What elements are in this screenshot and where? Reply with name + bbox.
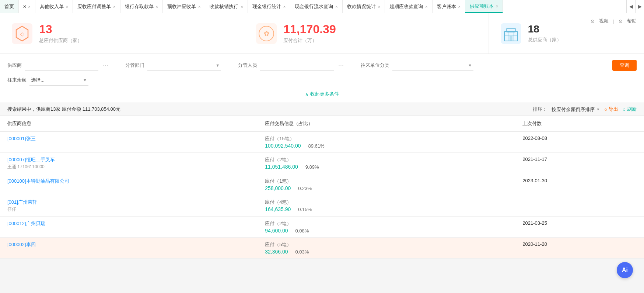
category-filter-select[interactable]: [392, 60, 473, 71]
supplier-filter-dots: ···: [103, 62, 108, 69]
nav-tab-supplier-ledger-close[interactable]: ×: [496, 4, 498, 8]
supplier-link-5[interactable]: [000002]李四: [7, 242, 36, 247]
supplier-link-0[interactable]: [000001]张三: [7, 136, 36, 141]
nav-tab-3[interactable]: 3 ×: [19, 0, 35, 13]
svg-text:◇: ◇: [20, 31, 24, 37]
nav-tab-collection-stat[interactable]: 收款情况统计 ×: [343, 0, 385, 13]
video-link[interactable]: 视频: [599, 18, 609, 24]
collapse-button[interactable]: ∧ 收起更多条件: [7, 89, 637, 99]
balance-select-wrap: 选择... ▼: [29, 75, 88, 86]
nav-tab-advance[interactable]: 预收冲应收单 ×: [163, 0, 205, 13]
circle-icon: ⊙: [591, 18, 595, 24]
table-cell-supplier-1: [000007]恒旺二手叉车王通 17106110000: [0, 153, 258, 174]
nav-tab-cash-stat-close[interactable]: ×: [283, 4, 286, 9]
supplier-filter-input[interactable]: [25, 60, 98, 71]
supplier-filter-label: 供应商: [7, 62, 22, 69]
table-cell-last-pay-2: 2023-01-30: [515, 174, 644, 195]
table-cell-supplier-5: [000002]李四: [0, 238, 258, 259]
tx-amount-3[interactable]: 164,635.90: [265, 206, 291, 212]
result-bar: 搜索结果中，供应商13家 应付金额 111,703,854.00元 排序： 按应…: [0, 103, 644, 116]
supplier-sub-3: 仔仔: [7, 206, 250, 213]
nav-tab-cash-stat-label: 现金银行统计: [252, 3, 281, 10]
nav-scroll-left[interactable]: ◀: [626, 0, 635, 13]
nav-scroll-right[interactable]: ▶: [635, 0, 644, 13]
nav-tab-adjustment[interactable]: 应收应付调整单 ×: [73, 0, 120, 13]
svg-text:✿: ✿: [264, 30, 269, 37]
nav-tab-cash-stat[interactable]: 现金银行统计 ×: [248, 0, 290, 13]
supplier-link-2[interactable]: [000100]本特勤油品有限公司: [7, 178, 69, 184]
supplier-link-4[interactable]: [000012]广州贝瑞: [7, 221, 45, 226]
nav-tab-adjustment-label: 应收应付调整单: [77, 3, 111, 10]
tx-label-2: 应付（1笔）: [265, 178, 508, 185]
table-cell-last-pay-3: [515, 195, 644, 217]
filter-area: 供应商 ··· 分管部门 ▼ 分管人员 ··· 往来单位分类 ▼ 查询 往来: [0, 54, 644, 103]
sort-label: 排序：: [533, 106, 547, 113]
nav-tab-bank[interactable]: 银行存取款单 ×: [120, 0, 163, 13]
sort-select-wrap: 按应付余额倒序排序 ▼: [552, 107, 600, 112]
nav-tab-adjustment-close[interactable]: ×: [113, 4, 115, 9]
refresh-button[interactable]: ○ 刷新: [623, 106, 637, 113]
nav-tab-customer-ledger[interactable]: 客户账本 ×: [433, 0, 465, 13]
tx-amount-4[interactable]: 94,600.00: [265, 228, 288, 234]
summary-bar: ◇ 13 总应付供应商（家） ✿ 11,170.39 应付合计（万）: [0, 13, 644, 54]
export-button[interactable]: ○ 导出: [604, 106, 618, 113]
nav-tab-collection-stat-label: 收款情况统计: [347, 3, 376, 10]
nav-tab-supplier-ledger-label: 供应商账本: [470, 3, 494, 10]
balance-filter-select[interactable]: 选择...: [29, 75, 88, 86]
tx-amount-0[interactable]: 100,092,540.00: [265, 143, 301, 149]
dept-filter-select[interactable]: [147, 60, 221, 71]
tx-amount-1[interactable]: 11,051,486.00: [265, 164, 298, 170]
nav-tab-collection[interactable]: 收款核销执行 ×: [205, 0, 248, 13]
nav-tab-overdue[interactable]: 超期应收款查询 ×: [385, 0, 432, 13]
result-actions: 排序： 按应付余额倒序排序 ▼ ○ 导出 ○ 刷新: [533, 106, 637, 113]
summary-text-total-suppliers: 18 总供应商（家）: [528, 24, 561, 43]
tx-amount-2[interactable]: 258,000.00: [265, 185, 291, 191]
nav-tab-home[interactable]: 首页: [0, 0, 19, 13]
nav-tab-cash-flow-close[interactable]: ×: [335, 4, 337, 9]
category-select-wrap: ▼: [392, 60, 473, 71]
person-filter-label: 分管人员: [238, 62, 257, 69]
tx-label-3: 应付（4笔）: [265, 199, 508, 206]
nav-tab-cash-flow-label: 现金银行流水查询: [295, 3, 333, 10]
nav-tab-other-income-close[interactable]: ×: [66, 4, 68, 9]
nav-tab-other-income[interactable]: 其他收入单 ×: [35, 0, 73, 13]
divider: |: [613, 18, 614, 24]
payable-suppliers-value: 13: [39, 23, 82, 36]
tx-percent-4: 0.08%: [295, 228, 309, 234]
nav-tab-collection-close[interactable]: ×: [241, 4, 243, 9]
table-cell-supplier-2: [000100]本特勤油品有限公司: [0, 174, 258, 195]
svg-rect-10: [510, 36, 512, 41]
table-cell-last-pay-0: 2022-08-08: [515, 132, 644, 153]
nav-tab-collection-stat-close[interactable]: ×: [378, 4, 380, 9]
nav-tab-cash-flow[interactable]: 现金银行流水查询 ×: [290, 0, 342, 13]
tx-amount-5[interactable]: 32,366.00: [265, 249, 288, 255]
table-cell-last-pay-5: 2020-11-20: [515, 238, 644, 259]
nav-tab-supplier-ledger[interactable]: 供应商账本 ×: [465, 0, 503, 13]
nav-tab-bank-close[interactable]: ×: [156, 4, 158, 9]
supplier-sub-1: 王通 17106110000: [7, 164, 250, 170]
total-suppliers-icon: [500, 23, 522, 45]
filter-balance: 往来余额 选择... ▼: [7, 75, 88, 86]
help-link[interactable]: 帮助: [627, 18, 637, 24]
summary-top-actions: ⊙ 视频 | ⊙ 帮助: [591, 18, 637, 24]
table-cell-tx-2: 应付（1笔）258,000.000.23%: [258, 174, 515, 195]
table-row: [000012]广州贝瑞应付（2笔）94,600.000.08%2021-03-…: [0, 217, 644, 238]
supplier-link-1[interactable]: [000007]恒旺二手叉车: [7, 157, 55, 162]
nav-scroll-arrows: ◀ ▶: [626, 0, 644, 13]
nav-tab-overdue-close[interactable]: ×: [425, 4, 427, 9]
filter-supplier: 供应商 ···: [7, 60, 108, 71]
table-cell-last-pay-4: 2021-03-25: [515, 217, 644, 238]
help-circle-icon: ⊙: [619, 18, 623, 24]
table-row: [001]广州荣轩仔仔应付（4笔）164,635.900.15%: [0, 195, 644, 217]
nav-tab-3-close[interactable]: ×: [28, 4, 30, 9]
sort-select[interactable]: 按应付余额倒序排序: [552, 107, 600, 112]
supplier-link-3[interactable]: [001]广州荣轩: [7, 199, 37, 205]
nav-tab-advance-close[interactable]: ×: [198, 4, 200, 9]
table-cell-supplier-3: [001]广州荣轩仔仔: [0, 195, 258, 217]
summary-text-payable-suppliers: 13 总应付供应商（家）: [39, 23, 82, 44]
person-filter-input[interactable]: [260, 60, 334, 71]
table-cell-supplier-4: [000012]广州贝瑞: [0, 217, 258, 238]
nav-tab-customer-ledger-close[interactable]: ×: [458, 4, 461, 9]
payable-suppliers-icon: ◇: [11, 23, 33, 45]
search-button[interactable]: 查询: [612, 60, 637, 71]
